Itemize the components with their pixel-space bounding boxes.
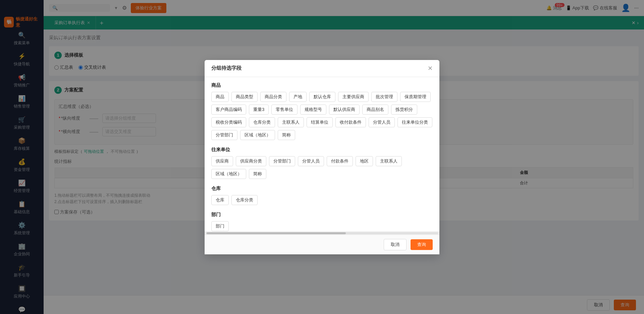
modal-footer: 取消 查询 [205,235,439,254]
field-tag-product-5[interactable]: 主要供应商 [338,92,369,102]
field-tag-partner-3[interactable]: 分管人员 [298,156,324,166]
field-tag-product-4[interactable]: 默认仓库 [309,92,335,102]
field-tag-product-1[interactable]: 商品类型 [231,92,258,102]
scrollbar-track [206,232,438,234]
modal-cancel-button[interactable]: 取消 [384,239,407,250]
modal-confirm-button[interactable]: 查询 [411,239,433,250]
field-tag-product-19[interactable]: 收付款条件 [335,117,366,127]
field-tag-product-3[interactable]: 产地 [289,92,307,102]
field-section-title-product: 商品 [211,82,433,88]
field-tag-partner-1[interactable]: 供应商分类 [236,156,266,166]
field-tag-partner-0[interactable]: 供应商 [211,156,233,166]
field-tag-product-21[interactable]: 往来单位分类 [397,117,432,127]
modal-body: 商品商品商品类型商品分类产地默认仓库主要供应商批次管理保质期管理客户商品编码重量… [205,77,439,232]
field-tag-product-11[interactable]: 规格型号 [300,105,326,115]
field-tag-department-0[interactable]: 部门 [211,221,229,231]
field-tags-department: 部门 [211,221,433,231]
field-tag-product-9[interactable]: 重量3 [249,105,269,115]
modal-close-button[interactable]: ✕ [428,65,433,72]
field-section-title-warehouse: 仓库 [211,186,433,192]
field-section-product: 商品商品商品类型商品分类产地默认仓库主要供应商批次管理保质期管理客户商品编码重量… [211,82,433,140]
field-tag-product-14[interactable]: 拣货积分 [391,105,417,115]
field-section-title-department: 部门 [211,212,433,218]
modal-title: 分组待选字段 [211,65,241,71]
field-tag-product-22[interactable]: 分管部门 [211,130,237,140]
field-tag-partner-6[interactable]: 主联系人 [376,156,402,166]
field-tag-product-7[interactable]: 保质期管理 [400,92,431,102]
field-tag-product-24[interactable]: 简称 [278,130,295,140]
field-tag-product-16[interactable]: 仓库分类 [249,117,275,127]
field-tag-partner-4[interactable]: 付款条件 [327,156,353,166]
field-tag-partner-2[interactable]: 分管部门 [269,156,295,166]
field-tags-warehouse: 仓库仓库分类 [211,195,433,205]
modal-header: 分组待选字段 ✕ [205,60,439,77]
field-section-partner: 往来单位供应商供应商分类分管部门分管人员付款条件地区主联系人区域（地区）简称 [211,147,433,179]
field-tag-product-18[interactable]: 结算单位 [307,117,333,127]
field-section-title-partner: 往来单位 [211,147,433,153]
field-tag-product-0[interactable]: 商品 [211,92,229,102]
field-tag-product-6[interactable]: 批次管理 [371,92,397,102]
field-select-modal: 分组待选字段 ✕ 商品商品商品类型商品分类产地默认仓库主要供应商批次管理保质期管… [205,60,439,254]
field-section-warehouse: 仓库仓库仓库分类 [211,186,433,205]
field-tag-product-2[interactable]: 商品分类 [260,92,286,102]
field-tag-product-8[interactable]: 客户商品编码 [211,105,246,115]
scrollbar-thumb [207,232,346,234]
field-tag-partner-7[interactable]: 区域（地区） [211,169,246,179]
modal-overlay: 分组待选字段 ✕ 商品商品商品类型商品分类产地默认仓库主要供应商批次管理保质期管… [0,0,644,314]
field-tag-product-15[interactable]: 税收分类编码 [211,117,246,127]
field-tag-product-12[interactable]: 默认供应商 [329,105,360,115]
field-tag-product-13[interactable]: 商品别名 [362,105,388,115]
field-tag-product-10[interactable]: 零售单位 [271,105,298,115]
field-tag-partner-8[interactable]: 简称 [249,169,266,179]
field-section-department: 部门部门 [211,212,433,231]
field-tag-partner-5[interactable]: 地区 [356,156,373,166]
field-tag-product-20[interactable]: 分管人员 [369,117,395,127]
field-tag-product-17[interactable]: 主联系人 [278,117,304,127]
field-tags-product: 商品商品类型商品分类产地默认仓库主要供应商批次管理保质期管理客户商品编码重量3零… [211,92,433,140]
field-tag-product-23[interactable]: 区域（地区） [240,130,275,140]
field-tag-warehouse-1[interactable]: 仓库分类 [231,195,258,205]
modal-horizontal-scrollbar[interactable] [205,232,439,234]
field-tag-warehouse-0[interactable]: 仓库 [211,195,229,205]
field-tags-partner: 供应商供应商分类分管部门分管人员付款条件地区主联系人区域（地区）简称 [211,156,433,179]
